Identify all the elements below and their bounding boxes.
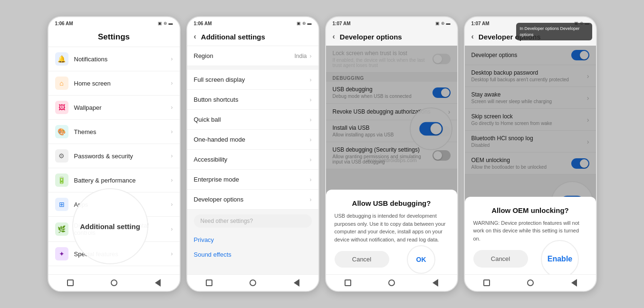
settings-item-themes[interactable]: 🎨 Themes › <box>48 120 180 144</box>
nav-square-btn-2[interactable] <box>205 279 213 287</box>
digitalwellbeing-icon: 🌿 <box>55 222 68 236</box>
time-4: 1:07 AM <box>471 21 490 26</box>
accessibility-arrow: › <box>310 156 312 163</box>
usb-ok-button[interactable]: OK OK <box>394 251 449 268</box>
row-fullscreen[interactable]: Full screen display › <box>187 70 318 90</box>
phone-screen-2: 1:06 AM ▣ ⊛ ▬ ‹ Additional settings Regi… <box>186 16 319 292</box>
row-developeroptions[interactable]: Developer options › <box>187 190 318 210</box>
back-arrow-3[interactable]: ‹ <box>333 32 335 41</box>
row-quickball[interactable]: Quick ball › <box>187 110 318 130</box>
row-accessibility[interactable]: Accessibility › <box>187 150 318 170</box>
additional-settings-title: Additional settings <box>201 33 265 41</box>
nav-circle-btn[interactable] <box>110 279 118 287</box>
battery-arrow: › <box>171 177 173 183</box>
wallpaper-arrow: › <box>171 104 173 111</box>
status-bar-3: 1:07 AM ▣ ⊛ ▬ <box>326 17 457 28</box>
time-3: 1:07 AM <box>333 21 351 26</box>
notifications-label: Notifications <box>74 56 171 63</box>
battery-icon-2: ▬ <box>308 21 312 26</box>
wifi-icon: ⊛ <box>163 21 167 26</box>
nav-circle-btn-4[interactable] <box>526 279 535 287</box>
apps-icon: ⊞ <box>55 198 68 211</box>
row-onehandedmode[interactable]: One-handed mode › <box>187 130 318 150</box>
nav-bar-1 <box>48 274 180 291</box>
settings-item-wallpaper[interactable]: 🖼 Wallpaper › <box>48 96 180 120</box>
developeroptions-arrow: › <box>310 196 312 203</box>
usb-dialog: Allow USB debugging? USB debugging is in… <box>326 190 457 274</box>
oem-dialog: Allow OEM unlocking? WARNING: Device pro… <box>465 197 596 275</box>
link-soundeffects[interactable]: Sound effects <box>187 247 318 262</box>
battery-icon: 🔋 <box>55 173 68 187</box>
enterprise-label: Enterprise mode <box>194 176 310 183</box>
enable-circle: Enable <box>541 240 579 275</box>
wallpaper-label: Wallpaper <box>74 104 171 111</box>
region-label: Region <box>194 52 295 59</box>
battery-label: Battery & performance <box>74 177 171 184</box>
time-1: 1:06 AM <box>55 21 73 26</box>
row-buttonshortcuts[interactable]: Button shortcuts › <box>187 90 318 110</box>
quickball-label: Quick ball <box>194 116 310 123</box>
usb-cancel-button[interactable]: Cancel <box>335 251 389 268</box>
settings-item-notifications[interactable]: 🔔 Notifications › <box>48 47 180 71</box>
status-icons-2: ▣ ⊛ ▬ <box>297 21 312 26</box>
nav-square-btn-4[interactable] <box>482 279 491 287</box>
spacer-1 <box>187 66 318 70</box>
nav-circle-btn-2[interactable] <box>249 279 257 287</box>
passwords-label: Passwords & security <box>74 153 171 160</box>
oem-enable-button[interactable]: Enable Enable <box>533 250 587 268</box>
nav-back-btn-2[interactable] <box>292 279 301 287</box>
search-box[interactable]: Need other settings? <box>194 214 312 228</box>
nav-back-btn-4[interactable] <box>570 279 578 287</box>
notifications-icon: 🔔 <box>55 52 68 66</box>
settings-item-passwords[interactable]: ⚙ Passwords & security › <box>48 144 180 168</box>
usb-dialog-title: Allow USB debugging? <box>335 199 449 207</box>
link-privacy[interactable]: Privacy <box>187 232 318 247</box>
additional-settings-list: Region India › Full screen display › But… <box>187 46 318 274</box>
nav-square-btn[interactable] <box>66 279 75 287</box>
dev-options-title-3: Developer options <box>340 33 402 41</box>
dev-content-4: Developer options Desktop backup passwor… <box>465 46 596 274</box>
wifi-icon-2: ⊛ <box>302 21 306 26</box>
status-bar-2: 1:06 AM ▣ ⊛ ▬ <box>187 17 318 28</box>
circle-label-1: Additional setting <box>75 218 145 235</box>
settings-section-3: Full screen display › Button shortcuts ›… <box>187 70 318 210</box>
back-arrow-4[interactable]: ‹ <box>471 32 474 41</box>
signal-icon: ▣ <box>158 21 162 26</box>
region-value: India <box>294 53 307 59</box>
settings-item-homescreen[interactable]: ⌂ Home screen › <box>48 71 180 96</box>
onehandedmode-label: One-handed mode <box>194 136 310 143</box>
wallpaper-icon: 🖼 <box>55 101 68 114</box>
onehandedmode-arrow: › <box>310 136 312 143</box>
battery-icon-3: ▬ <box>446 21 451 26</box>
buttonshortcuts-label: Button shortcuts <box>194 96 310 103</box>
passwords-icon: ⚙ <box>55 149 68 163</box>
oem-cancel-button[interactable]: Cancel <box>473 250 528 268</box>
time-2: 1:06 AM <box>194 21 212 26</box>
nav-back-btn-3[interactable] <box>431 279 440 287</box>
oem-dialog-text: WARNING: Device protection features will… <box>473 219 587 243</box>
nav-circle-btn-3[interactable] <box>387 279 396 287</box>
dev-content-3: Lock screen when trust is lost If enable… <box>326 46 457 274</box>
themes-icon: 🎨 <box>55 125 68 138</box>
fullscreen-label: Full screen display <box>194 76 310 83</box>
accessibility-label: Accessibility <box>194 156 310 163</box>
notifications-arrow: › <box>171 56 173 62</box>
battery-status-icon: ▬ <box>169 21 173 26</box>
additional-settings-header: ‹ Additional settings <box>187 28 318 46</box>
row-enterprise[interactable]: Enterprise mode › <box>187 170 318 190</box>
homescreen-label: Home screen <box>74 80 171 87</box>
specialfeatures-icon: ✦ <box>55 247 68 260</box>
oem-dialog-overlay: Allow OEM unlocking? WARNING: Device pro… <box>465 46 596 274</box>
row-region[interactable]: Region India › <box>187 46 318 66</box>
buttonshortcuts-arrow: › <box>310 96 312 103</box>
nav-back-btn[interactable] <box>154 279 162 287</box>
circle-overlay-1: Additional setting <box>72 188 148 264</box>
phone-screen-3: 1:07 AM ▣ ⊛ ▬ ‹ Developer options Lock s… <box>325 16 458 292</box>
developeroptions-label: Developer options <box>194 196 310 203</box>
nav-square-btn-3[interactable] <box>344 279 352 287</box>
settings-section-2: Region India › <box>187 46 318 66</box>
region-arrow: › <box>310 53 312 59</box>
dev-options-header-3: ‹ Developer options <box>326 28 457 46</box>
back-arrow-2[interactable]: ‹ <box>194 32 196 41</box>
apps-arrow: › <box>171 201 173 208</box>
